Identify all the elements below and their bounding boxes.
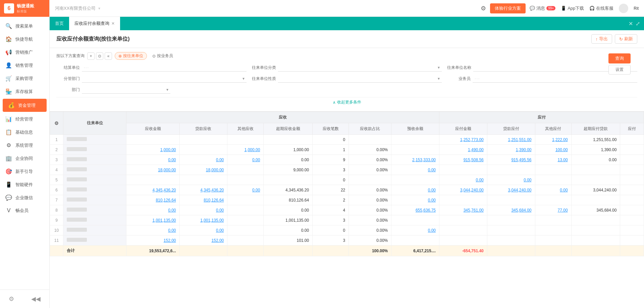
sidebar-item-fund[interactable]: 💰资金管理 <box>3 99 47 112</box>
online-service-btn[interactable]: 🎧 在线客服 <box>589 5 613 11</box>
partner-category-item: 往来单位分类 ▾ <box>252 64 442 72</box>
dept-manager-select[interactable]: ▾ <box>82 75 247 83</box>
sidebar-item-enterprise[interactable]: 🏢企业协同 <box>0 152 49 165</box>
tab-close-window[interactable]: ✕ <box>629 20 633 27</box>
th-ar-amount: 应收金额 <box>126 123 179 135</box>
sidebar-label-operation: 经营管理 <box>15 116 33 122</box>
add-scheme-btn[interactable]: + <box>87 52 95 60</box>
settlement-unit-item: 结算单位 ··· <box>56 64 247 72</box>
partner-category-select[interactable]: ▾ <box>278 64 442 72</box>
table-row: 64,345,436.204,345,436.200.004,345,436.2… <box>50 185 644 195</box>
tab-maximize[interactable]: ⤢ <box>636 20 640 27</box>
table-row: 100.000.000.0000.00%0.00 <box>50 225 644 235</box>
sidebar-icon-newbie: 🎯 <box>5 168 12 175</box>
message-icon: 💬 <box>530 6 535 11</box>
edit-scheme-btn[interactable]: ⊙ <box>96 52 103 60</box>
logo-text-area: 畅捷通账 标准版 <box>17 3 34 14</box>
tab-close-icon[interactable]: ✕ <box>111 21 115 26</box>
header-gear-icon[interactable]: ⚙ <box>481 5 486 12</box>
sidebar-item-newbie[interactable]: 🎯新手引导 <box>0 165 49 178</box>
data-table: ⚙ 往来单位 应收 应付 应收金额 贷款应收 其他应收 超期应收金额 应收笔数 … <box>50 112 644 256</box>
settlement-unit-select[interactable]: ··· <box>82 64 247 72</box>
th-ar-other: 其他应收 <box>227 123 264 135</box>
collapse-label: 收起更多条件 <box>337 99 361 105</box>
tab-ar-ap[interactable]: 应收应付余额查询 ✕ <box>69 17 120 30</box>
sidebar-label-marketing: 营销推广 <box>15 49 33 55</box>
dept-manager-chevron: ▾ <box>243 76 245 81</box>
page-header: 应收应付余额查询(按往来单位) ↑ 导出 ↻ 刷新 <box>50 30 644 48</box>
export-btn[interactable]: ↑ 导出 <box>591 34 612 44</box>
sidebar-icon-quick-nav: 🏠 <box>5 36 12 42</box>
sidebar-icon-purchase: 🛒 <box>5 75 12 82</box>
sidebar-item-operation[interactable]: 📊经营管理 <box>0 113 49 126</box>
sidebar-icon-fund: 💰 <box>8 102 15 108</box>
sidebar-label-enterprise: 企业协同 <box>15 156 33 162</box>
refresh-icon: ↻ <box>619 37 623 42</box>
sidebar-item-purchase[interactable]: 🛒采购管理 <box>0 72 49 85</box>
partner-category-label: 往来单位分类 <box>252 65 276 71</box>
table-row: 418,000.0018,000.009,000.0030.00%0.00 <box>50 165 644 175</box>
sidebar-item-member[interactable]: V畅会员 <box>0 204 49 217</box>
sidebar-icon-enterprise: 🏢 <box>5 155 12 162</box>
query-btn[interactable]: 查询 <box>608 53 631 63</box>
collapse-btn[interactable]: ◀◀ <box>29 293 43 305</box>
sidebar-label-wechat: 企业微信 <box>15 195 33 201</box>
solution-btn[interactable]: 体验行业方案 <box>490 3 526 13</box>
breadcrumb-arrow: ▾ <box>98 6 100 11</box>
table-row: 500.000.00 <box>50 175 644 185</box>
table-row: 21,000.001,000.001,000.0010.00%1,490.001… <box>50 145 644 155</box>
app-download-label: App下载 <box>568 5 584 11</box>
scheme-icon: ⊕ <box>118 54 122 58</box>
tab-ar-ap-label: 应收应付余额查询 <box>74 20 109 27</box>
collapse-more-btn[interactable]: ∧ 收起更多条件 <box>56 97 637 107</box>
th-ap-rest: 应付 <box>620 123 644 135</box>
user-avatar[interactable] <box>619 4 628 13</box>
top-header: 河南XX有限责任公司 ▾ ⚙ 体验行业方案 💬 消息 99+ 📱 App下载 🎧… <box>50 0 644 17</box>
filter-row-2: 分管部门 ▾ 往来单位性质 ▾ 业务员 <box>56 75 637 83</box>
header-right: 💬 消息 99+ 📱 App下载 🎧 在线客服 Rit <box>530 4 639 13</box>
scheme-option-2[interactable]: ⊙ 按业务员 <box>150 52 176 59</box>
th-ar-prepaid: 预收余额 <box>391 123 439 135</box>
th-partner: 往来单位 <box>63 112 126 135</box>
sidebar-icon-basic-info: 📋 <box>5 129 12 135</box>
app-download-btn[interactable]: 📱 App下载 <box>561 5 584 11</box>
sidebar-label-system: 系统管理 <box>15 142 33 148</box>
sidebar-item-basic-info[interactable]: 📋基础信息 <box>0 126 49 139</box>
department-select[interactable]: ▾ <box>82 86 170 94</box>
dept-manager-label: 分管部门 <box>56 76 80 82</box>
settings-footer-btn[interactable]: ⚙ <box>7 293 16 305</box>
filter-area: 查询 设置 按以下方案查询 + ⊙ « ⊕ 按往来单位 <box>50 48 644 112</box>
sidebar-item-sales[interactable]: 👤销售管理 <box>0 59 49 72</box>
sidebar-logo: 6 畅捷通账 标准版 <box>0 0 49 17</box>
main-area: 河南XX有限责任公司 ▾ ⚙ 体验行业方案 💬 消息 99+ 📱 App下载 🎧… <box>50 0 644 308</box>
sidebar-icon-sales: 👤 <box>5 62 12 69</box>
sidebar-item-wechat[interactable]: 💬企业微信 <box>0 191 49 204</box>
sidebar-icon-search-menu: 🔍 <box>5 23 12 29</box>
th-ap-amount: 应付金额 <box>439 123 487 135</box>
sidebar-label-inventory: 库存核算 <box>15 89 33 95</box>
refresh-label: 刷新 <box>624 36 633 42</box>
page-title: 应收应付余额查询(按往来单位) <box>56 36 130 43</box>
message-badge: 99+ <box>546 6 555 10</box>
messages-btn[interactable]: 💬 消息 99+ <box>530 5 555 11</box>
sidebar-item-marketing[interactable]: 📢营销推广 <box>0 46 49 59</box>
scheme-option-1[interactable]: ⊕ 按往来单位 <box>115 52 147 60</box>
refresh-btn[interactable]: ↻ 刷新 <box>615 34 637 44</box>
sidebar-item-system[interactable]: ⚙系统管理 <box>0 139 49 152</box>
sidebar-item-search-menu[interactable]: 🔍搜索菜单 <box>0 19 49 33</box>
sidebar-item-smart-hw[interactable]: 📱智能硬件 <box>0 178 49 191</box>
sidebar-label-sales: 销售管理 <box>15 62 33 69</box>
th-ap-other: 其他应付 <box>535 123 571 135</box>
breadcrumb-area: 河南XX有限责任公司 ▾ <box>55 5 477 11</box>
scheme-2-label: 按业务员 <box>157 53 173 59</box>
table-settings-icon[interactable]: ⚙ <box>54 121 59 126</box>
sidebar-item-inventory[interactable]: 🏪库存核算 <box>0 85 49 98</box>
settings-btn[interactable]: 设置 <box>608 65 631 75</box>
partner-nature-select[interactable]: ▾ <box>278 75 442 83</box>
collapse-scheme-btn[interactable]: « <box>105 52 112 60</box>
partner-nature-item: 往来单位性质 ▾ <box>252 75 442 83</box>
sidebar-item-quick-nav[interactable]: 🏠快捷导航 <box>0 33 49 46</box>
salesperson-select[interactable]: ··· <box>473 75 637 83</box>
tab-home[interactable]: 首页 <box>50 17 69 30</box>
th-settings[interactable]: ⚙ <box>50 112 63 135</box>
